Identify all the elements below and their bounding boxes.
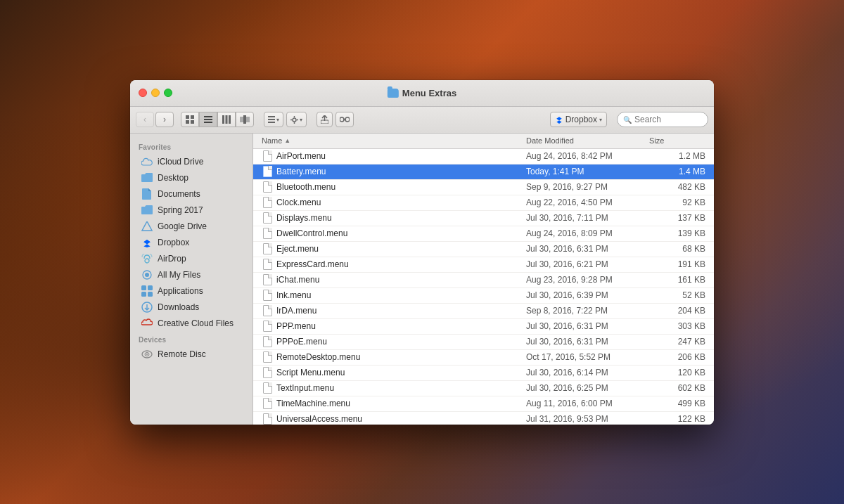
size-column-header[interactable]: Size: [649, 136, 705, 145]
maximize-button[interactable]: [164, 89, 172, 97]
file-name-cell: UniversalAccess.menu: [262, 413, 526, 425]
svg-point-32: [145, 273, 149, 277]
file-size: 137 KB: [649, 213, 705, 223]
dropbox-button[interactable]: Dropbox ▾: [550, 112, 607, 127]
sidebar-item-creative-cloud[interactable]: Creative Cloud Files: [133, 316, 250, 331]
table-row[interactable]: Displays.menu Jul 30, 2016, 7:11 PM 137 …: [253, 211, 714, 226]
sidebar-item-desktop[interactable]: Desktop: [133, 170, 250, 186]
search-box[interactable]: 🔍: [617, 112, 708, 127]
doc-icon: [263, 166, 272, 177]
traffic-lights: [139, 89, 172, 97]
table-row[interactable]: UniversalAccess.menu Jul 31, 2016, 9:53 …: [253, 412, 714, 425]
table-row[interactable]: TextInput.menu Jul 30, 2016, 6:25 PM 602…: [253, 381, 714, 396]
file-date: Jul 30, 2016, 6:21 PM: [526, 259, 649, 269]
sidebar: Favorites iCloud Drive Desktop: [130, 134, 253, 425]
file-icon: [262, 367, 273, 378]
table-row[interactable]: Bluetooth.menu Sep 9, 2016, 9:27 PM 482 …: [253, 180, 714, 195]
file-size: 499 KB: [649, 399, 705, 408]
forward-button[interactable]: ›: [155, 112, 174, 127]
arrange-button[interactable]: ▾: [264, 112, 283, 127]
sidebar-item-spring2017[interactable]: Spring 2017: [133, 202, 250, 218]
file-list-container[interactable]: Name ▲ Date Modified Size AirPort.menu A…: [253, 134, 714, 425]
table-row[interactable]: Battery.menu Today, 1:41 PM 1.4 MB: [253, 164, 714, 180]
sidebar-item-dropbox[interactable]: Dropbox: [133, 235, 250, 250]
google-drive-icon: [141, 221, 153, 232]
file-date: Jul 30, 2016, 6:31 PM: [526, 337, 649, 347]
downloads-label: Downloads: [158, 302, 199, 312]
back-button[interactable]: ‹: [136, 112, 154, 127]
sort-arrow-icon: ▲: [284, 137, 290, 144]
sidebar-item-downloads[interactable]: Downloads: [133, 299, 250, 315]
svg-rect-5: [204, 119, 212, 120]
file-icon: [262, 259, 273, 270]
dropbox-chevron: ▾: [599, 117, 602, 123]
svg-rect-3: [191, 120, 194, 124]
doc-icon: [263, 382, 272, 394]
table-row[interactable]: Script Menu.menu Jul 30, 2016, 6:14 PM 1…: [253, 366, 714, 381]
file-size: 204 KB: [649, 306, 705, 316]
share-button[interactable]: [316, 112, 333, 127]
search-icon: 🔍: [623, 116, 632, 124]
file-date: Jul 30, 2016, 7:11 PM: [526, 213, 649, 223]
table-row[interactable]: ExpressCard.menu Jul 30, 2016, 6:21 PM 1…: [253, 257, 714, 273]
close-button[interactable]: [139, 89, 147, 97]
table-row[interactable]: PPP.menu Jul 30, 2016, 6:31 PM 303 KB: [253, 319, 714, 335]
search-input[interactable]: [634, 115, 702, 124]
gear-icon: [290, 116, 298, 124]
dropbox-sidebar-icon: [141, 237, 153, 248]
file-name-cell: TextInput.menu: [262, 382, 526, 394]
file-icon: [262, 398, 273, 409]
desktop-label: Desktop: [158, 173, 188, 183]
table-row[interactable]: AirPort.menu Aug 24, 2016, 8:42 PM 1.2 M…: [253, 149, 714, 164]
sidebar-item-remote-disc[interactable]: Remote Disc: [133, 347, 250, 362]
doc-icon: [263, 305, 272, 316]
table-row[interactable]: DwellControl.menu Aug 24, 2016, 8:09 PM …: [253, 226, 714, 242]
file-icon: [262, 150, 273, 162]
toolbar: ‹ ›: [130, 107, 714, 134]
column-view-button[interactable]: [217, 112, 236, 127]
sidebar-item-all-my-files[interactable]: All My Files: [133, 267, 250, 283]
file-date: Jul 30, 2016, 6:25 PM: [526, 383, 649, 393]
sidebar-item-google-drive[interactable]: Google Drive: [133, 219, 250, 234]
svg-rect-4: [204, 116, 212, 117]
file-name: ExpressCard.menu: [276, 259, 526, 269]
file-name: iChat.menu: [276, 275, 526, 285]
list-view-button[interactable]: [199, 112, 217, 127]
file-name-cell: iChat.menu: [262, 274, 526, 285]
sidebar-item-applications[interactable]: Applications: [133, 283, 250, 299]
cover-view-button[interactable]: [236, 112, 254, 127]
table-row[interactable]: Clock.menu Aug 22, 2016, 4:50 PM 92 KB: [253, 195, 714, 211]
table-row[interactable]: Ink.menu Jul 30, 2016, 6:39 PM 52 KB: [253, 288, 714, 304]
file-name-cell: ExpressCard.menu: [262, 259, 526, 270]
name-column-header[interactable]: Name ▲: [262, 136, 526, 145]
table-row[interactable]: IrDA.menu Sep 8, 2016, 7:22 PM 204 KB: [253, 304, 714, 319]
file-icon: [262, 336, 273, 347]
table-row[interactable]: PPPoE.menu Jul 30, 2016, 6:31 PM 247 KB: [253, 335, 714, 350]
file-size: 303 KB: [649, 321, 705, 331]
airdrop-label: AirDrop: [158, 254, 186, 264]
action-button[interactable]: ▾: [286, 112, 307, 127]
svg-rect-34: [148, 285, 153, 290]
table-row[interactable]: RemoteDesktop.menu Oct 17, 2016, 5:52 PM…: [253, 350, 714, 366]
date-column-header[interactable]: Date Modified: [526, 136, 649, 145]
file-icon: [262, 243, 273, 254]
table-row[interactable]: TimeMachine.menu Aug 11, 2016, 6:00 PM 4…: [253, 396, 714, 412]
link-button[interactable]: [335, 112, 354, 127]
doc-icon: [263, 367, 272, 378]
sidebar-item-airdrop[interactable]: AirDrop: [133, 251, 250, 266]
file-size: 602 KB: [649, 383, 705, 393]
svg-rect-13: [268, 116, 275, 117]
dropbox-sidebar-label: Dropbox: [158, 238, 189, 247]
sidebar-item-icloud-drive[interactable]: iCloud Drive: [133, 154, 250, 169]
file-name: Displays.menu: [276, 213, 526, 223]
table-row[interactable]: iChat.menu Aug 23, 2016, 9:28 PM 161 KB: [253, 273, 714, 288]
minimize-button[interactable]: [151, 89, 160, 97]
icon-view-button[interactable]: [181, 112, 199, 127]
file-date: Jul 30, 2016, 6:31 PM: [526, 321, 649, 331]
file-name-cell: AirPort.menu: [262, 150, 526, 162]
file-size: 191 KB: [649, 259, 705, 269]
back-icon: ‹: [143, 115, 146, 124]
documents-icon: [141, 188, 153, 200]
table-row[interactable]: Eject.menu Jul 30, 2016, 6:31 PM 68 KB: [253, 242, 714, 257]
sidebar-item-documents[interactable]: Documents: [133, 186, 250, 202]
